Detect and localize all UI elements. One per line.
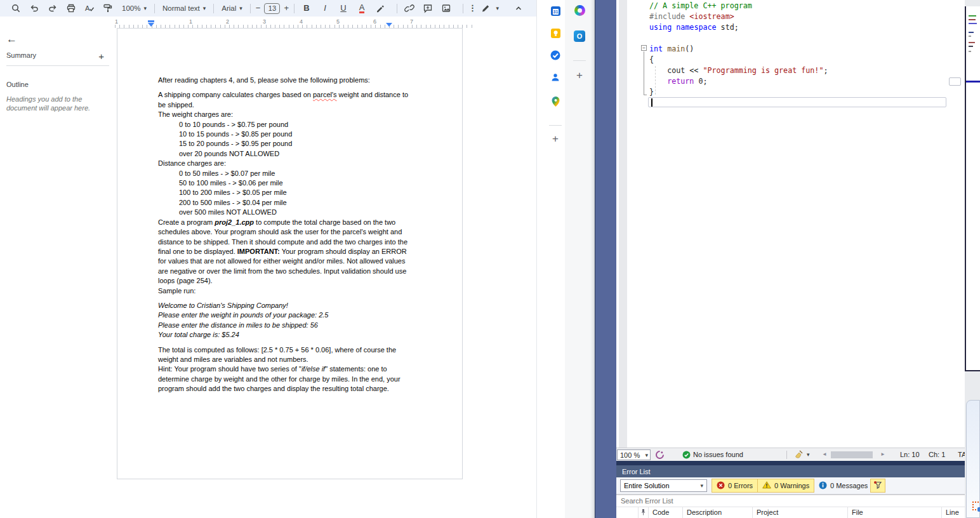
errors-toggle-button[interactable]: 0 Errors <box>712 479 758 493</box>
doc-line: The weight charges are: <box>158 110 431 119</box>
add-summary-button[interactable]: + <box>98 51 104 62</box>
add-icon[interactable]: + <box>573 69 586 83</box>
add-icon[interactable]: + <box>548 132 562 146</box>
doc-line: determine charge by weight and the other… <box>158 375 431 384</box>
scroll-left-arrow[interactable]: ◄ <box>822 451 827 457</box>
paint-format-icon[interactable] <box>101 2 115 15</box>
decrease-font-button[interactable]: − <box>256 4 261 13</box>
code-cleanup-icon[interactable] <box>794 450 804 460</box>
insert-comment-icon[interactable] <box>421 2 435 15</box>
editor-glyph-margin <box>619 0 627 448</box>
window-background-band <box>616 461 965 465</box>
highlight-color-button[interactable] <box>373 2 387 15</box>
vertical-scrollbar-thumb[interactable] <box>949 77 961 86</box>
doc-line: Your total charge is: $5.24 <box>158 330 431 340</box>
style-value: Normal text <box>162 4 200 12</box>
doc-line: for values that are not allowed for eith… <box>158 256 431 266</box>
line-column-header[interactable]: Line <box>942 507 965 518</box>
zoom-select[interactable]: 100% ▾ <box>122 4 147 12</box>
calendar-icon[interactable]: 31 <box>548 4 562 18</box>
outline-hint: Headings you add to the document will ap… <box>6 95 109 112</box>
back-arrow-icon[interactable]: ← <box>6 33 17 46</box>
scroll-right-arrow[interactable]: ► <box>880 451 885 457</box>
screen: A 100% ▾ Normal text ▾ Arial ▾ − 13 + B … <box>0 0 980 518</box>
tabs-indicator: TABS <box>958 451 965 458</box>
left-indent-marker[interactable] <box>148 23 154 27</box>
minimap-line <box>969 46 973 47</box>
project-column-header[interactable]: Project <box>753 507 848 518</box>
minimap-line <box>969 23 977 24</box>
file-column-header[interactable]: File <box>848 507 942 518</box>
tasks-icon[interactable] <box>548 48 562 62</box>
chevron-down-icon[interactable]: ▾ <box>807 451 810 458</box>
google-docs-window: A 100% ▾ Normal text ▾ Arial ▾ − 13 + B … <box>0 0 536 518</box>
divider <box>548 118 562 132</box>
more-options-icon[interactable]: ⋮ <box>468 4 477 13</box>
search-icon[interactable] <box>9 2 23 15</box>
doc-line: A shipping company calculates charges ba… <box>158 90 431 100</box>
maps-icon[interactable] <box>548 95 562 109</box>
editor-zoom-select[interactable]: 100 % ▾ <box>617 449 651 460</box>
copilot-icon[interactable] <box>573 3 586 17</box>
doc-line: 0 to 50 miles - > $0.07 per mile <box>179 169 431 178</box>
ruler: 11234567 <box>111 18 474 29</box>
intellicode-icon[interactable] <box>656 451 664 460</box>
right-indent-marker[interactable] <box>386 23 392 27</box>
redo-icon[interactable] <box>46 2 60 15</box>
increase-font-button[interactable]: + <box>284 4 289 13</box>
warnings-toggle-button[interactable]: 0 Warnings <box>757 479 814 493</box>
pin-column-header[interactable] <box>639 507 649 518</box>
svg-text:31: 31 <box>553 10 558 14</box>
chevron-down-icon: ▾ <box>239 5 242 11</box>
doc-line: over 20 pounds NOT ALLOWED <box>179 149 431 159</box>
filter-button[interactable] <box>870 479 885 493</box>
code-column-header[interactable]: Code <box>649 507 683 518</box>
document-page[interactable]: After reading chapters 4, and 5, please … <box>117 28 463 479</box>
code-editor[interactable]: // A simple C++ program#include <iostrea… <box>649 1 828 109</box>
outline-guide-corner <box>644 95 647 95</box>
doc-line: 50 to 100 miles - > $0.06 per mile <box>179 178 431 188</box>
code-line: { <box>649 55 828 65</box>
italic-button[interactable]: I <box>318 2 332 15</box>
severity-column-header[interactable] <box>616 507 639 518</box>
collapse-region-icon[interactable]: − <box>641 45 647 51</box>
pencil-icon <box>479 2 493 15</box>
code-line: int main() <box>649 44 828 55</box>
messages-toggle-button[interactable]: 0 Messages <box>814 479 872 493</box>
error-list-search-input[interactable]: Search Error List <box>616 495 965 507</box>
doc-line: Please enter the distance in miles to be… <box>158 321 431 330</box>
font-size-input[interactable]: 13 <box>264 3 280 14</box>
font-select[interactable]: Arial ▾ <box>222 4 242 12</box>
doc-line: program should add the two charges and d… <box>158 384 431 394</box>
summary-label: Summary <box>6 51 36 59</box>
insert-link-icon[interactable] <box>402 2 416 15</box>
edge-sidebar: O+ <box>565 0 595 518</box>
divider <box>154 4 155 13</box>
keep-icon[interactable] <box>548 26 562 40</box>
divider <box>250 4 251 13</box>
underline-button[interactable]: U <box>336 2 350 15</box>
insert-image-icon[interactable] <box>439 2 453 15</box>
scope-value: Entire Solution <box>624 482 670 489</box>
error-list-titlebar[interactable]: Error List <box>616 465 965 477</box>
desktop-shortcut-icon[interactable] <box>972 501 980 510</box>
undo-icon[interactable] <box>27 2 41 15</box>
print-icon[interactable] <box>64 2 78 15</box>
horizontal-scrollbar-thumb[interactable] <box>831 451 873 458</box>
filter-icon <box>873 481 882 491</box>
column-indicator: Ch: 1 <box>929 451 945 458</box>
text-color-button[interactable]: A <box>355 2 369 15</box>
bold-button[interactable]: B <box>300 2 314 15</box>
editing-mode-select[interactable]: ▾ <box>479 2 499 15</box>
chevron-down-icon: ▾ <box>203 5 206 11</box>
description-column-header[interactable]: Description <box>683 507 753 518</box>
minimap-line <box>969 51 971 52</box>
collapse-menus-icon[interactable] <box>512 2 526 15</box>
outlook-icon[interactable]: O <box>573 29 586 43</box>
doc-line: weight and miles are variables and not n… <box>158 355 431 364</box>
paragraph-style-select[interactable]: Normal text ▾ <box>162 4 206 12</box>
first-line-indent-marker[interactable] <box>148 20 154 22</box>
spellcheck-icon[interactable]: A <box>83 2 96 15</box>
contacts-icon[interactable] <box>548 70 562 84</box>
scope-filter-select[interactable]: Entire Solution ▾ <box>620 479 707 492</box>
